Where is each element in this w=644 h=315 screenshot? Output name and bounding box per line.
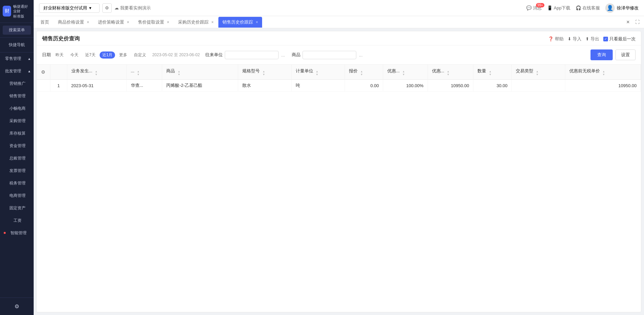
column-date[interactable]: 业务发生... ▲▼: [67, 65, 127, 80]
column-discount1[interactable]: 优惠... ▲▼: [383, 65, 428, 80]
column-seq: [50, 65, 67, 80]
column-setting[interactable]: ⚙: [37, 65, 50, 80]
query-button[interactable]: 查询: [591, 49, 613, 60]
sidebar-search-section: 搜索菜单: [0, 23, 34, 38]
quick-nav-section: 快捷导航: [0, 38, 34, 53]
tab-strategy-close[interactable]: ×: [127, 20, 129, 25]
user-info[interactable]: 👤 徐泽华修改: [605, 3, 639, 13]
date-option-custom[interactable]: 自定义: [131, 51, 149, 59]
only-last-checkbox[interactable]: ✓ 只看最后一次: [603, 36, 636, 42]
message-button[interactable]: 💬 消息 99+: [526, 5, 542, 11]
page-header-actions: ❓ 帮助 ⬇ 导入 ⬆ 导出 ✓ 只看最后一次: [548, 36, 636, 42]
import-icon: ⬇: [568, 36, 571, 41]
online-service-button[interactable]: 🎧 在线客服: [576, 5, 600, 11]
row-seq: 1: [50, 80, 67, 92]
sidebar-item-ai[interactable]: 智能管理: [0, 227, 34, 239]
product-dots-button[interactable]: ...: [358, 53, 364, 58]
column-product[interactable]: 商品 ▲▼: [162, 65, 238, 80]
date-range-display: 2023-05-02 至 2023-06-02: [152, 52, 200, 58]
date-filter-label: 日期: [42, 52, 51, 58]
table-gear-icon[interactable]: ⚙: [41, 69, 45, 75]
version-selector[interactable]: 好业财标准版交付试用 ▾: [39, 3, 100, 13]
date-filter-group: 日期 昨天 今天 近7天 近1月 更多 自定义 2023-05-02 至 202…: [42, 51, 200, 59]
phone-icon: 📱: [547, 5, 552, 10]
message-icon: 💬: [526, 5, 532, 10]
sidebar-item-ecommerce[interactable]: 电商管理: [0, 189, 34, 202]
data-table: ⚙ 业务发生... ▲▼ ... ▲▼ 商品 ▲▼: [37, 65, 641, 92]
filter-actions: 查询 设置: [591, 49, 636, 60]
page-title: 销售历史价查询: [42, 35, 80, 42]
date-option-last1m[interactable]: 近1月: [100, 51, 115, 59]
tab-close-all-button[interactable]: ✕: [624, 18, 632, 26]
tab-extract-close[interactable]: ×: [167, 20, 169, 25]
row-date: 2023-05-31: [67, 80, 127, 92]
sidebar-item-retail[interactable]: 零售管理 ▲: [0, 53, 34, 65]
supplier-filter-label: 往来单位: [205, 52, 223, 58]
topbar-right: 💬 消息 99+ 📱 App下载 🎧 在线客服 👤 徐泽华修改: [526, 3, 639, 13]
tab-purchase-history-close[interactable]: ×: [211, 20, 214, 25]
sidebar-settings-button[interactable]: ⚙: [3, 301, 31, 312]
sidebar-item-assets[interactable]: 固定资产: [0, 202, 34, 214]
help-button[interactable]: ❓ 帮助: [548, 36, 564, 42]
column-unit[interactable]: 计量单位 ▲▼: [291, 65, 345, 80]
topbar-settings-button[interactable]: ⚙: [102, 3, 112, 13]
tabbar: 首页 商品价格设置 × 进价策略设置 × 售价提取设置 × 采购历史价跟踪 × …: [34, 16, 644, 28]
export-button[interactable]: ⬆ 导出: [585, 36, 599, 42]
column-tax-price[interactable]: 优惠前无税单价 ▲▼: [565, 65, 641, 80]
spec-sort-icon: ▲▼: [262, 70, 265, 76]
sidebar-item-finance[interactable]: 资金管理: [0, 140, 34, 152]
import-button[interactable]: ⬇ 导入: [568, 36, 581, 42]
sidebar-item-marketing[interactable]: 营销推广: [0, 77, 34, 90]
column-extra[interactable]: ... ▲▼: [127, 65, 162, 80]
supplier-input[interactable]: [225, 51, 279, 59]
search-menu-button[interactable]: 搜索菜单: [3, 26, 31, 35]
sidebar-item-ecommerce-small[interactable]: 小畅电商: [0, 102, 34, 115]
tab-expand-button[interactable]: ⛶: [633, 18, 641, 26]
tab-price[interactable]: 商品价格设置 ×: [54, 17, 93, 28]
tabbar-end: ✕ ⛶: [624, 18, 641, 26]
sidebar-item-sales[interactable]: 销售管理: [0, 90, 34, 102]
sidebar-item-accounting[interactable]: 总账管理: [0, 152, 34, 165]
cloud-icon: ☁: [114, 5, 119, 10]
table-row: 1 2023-05-31 华查... 丙烯酸-2-乙基己酯 散水 吨 0.00 …: [37, 80, 641, 92]
settings-button[interactable]: 设置: [615, 49, 636, 60]
sidebar-item-inventory[interactable]: 库存核算: [0, 127, 34, 140]
column-price[interactable]: 报价 ▲▼: [345, 65, 383, 80]
tab-sales-history-close[interactable]: ×: [256, 20, 258, 25]
sidebar-item-purchase[interactable]: 采购管理: [0, 115, 34, 127]
tab-extract[interactable]: 售价提取设置 ×: [134, 17, 173, 28]
sidebar-item-invoice[interactable]: 发票管理: [0, 165, 34, 177]
product-input[interactable]: [302, 51, 356, 59]
sidebar-item-payroll[interactable]: 工资: [0, 214, 34, 227]
date-option-today[interactable]: 今天: [68, 51, 81, 59]
column-discount2[interactable]: 优惠... ▲▼: [428, 65, 473, 80]
tab-purchase-history[interactable]: 采购历史价跟踪 ×: [174, 17, 218, 28]
tab-price-close[interactable]: ×: [87, 20, 89, 25]
ai-dot-indicator: [4, 232, 6, 234]
date-option-last7[interactable]: 近7天: [82, 51, 98, 59]
wholesale-arrow-icon: ▲: [28, 69, 31, 73]
quick-nav-button[interactable]: 快捷导航: [3, 40, 31, 49]
row-type: [512, 80, 565, 92]
qty-sort-icon: ▲▼: [489, 70, 492, 76]
column-qty[interactable]: 数量 ▲▼: [473, 65, 512, 80]
row-discount2: 10950.00: [428, 80, 473, 92]
tab-sales-history[interactable]: 销售历史价跟踪 ×: [218, 17, 262, 28]
demo-button[interactable]: ☁ 我要看实例演示: [114, 5, 151, 11]
sidebar-item-wholesale[interactable]: 批发管理 ▲: [0, 65, 34, 77]
extra-sort-icon: ▲▼: [137, 70, 140, 76]
checkbox-icon: ✓: [603, 37, 608, 41]
app-download-button[interactable]: 📱 App下载: [547, 5, 570, 11]
date-option-more[interactable]: 更多: [116, 51, 130, 59]
date-option-yesterday[interactable]: 昨天: [53, 51, 66, 59]
supplier-dots-button[interactable]: ...: [280, 53, 286, 58]
supplier-input-group: ...: [225, 51, 286, 59]
row-unit: 吨: [291, 80, 345, 92]
tab-strategy[interactable]: 进价策略设置 ×: [94, 17, 133, 28]
sidebar-nav-items: 零售管理 ▲ 批发管理 ▲ 营销推广 销售管理 小畅电商 采购管理 库存核算 资…: [0, 53, 34, 298]
column-type[interactable]: 交易类型 ▲▼: [512, 65, 565, 80]
main-area: 好业财标准版交付试用 ▾ ⚙ ☁ 我要看实例演示 💬 消息 99+ 📱 App下…: [34, 0, 644, 315]
tab-home[interactable]: 首页: [36, 17, 53, 28]
column-spec[interactable]: 规格型号 ▲▼: [238, 65, 291, 80]
sidebar-item-tax[interactable]: 税务管理: [0, 177, 34, 189]
